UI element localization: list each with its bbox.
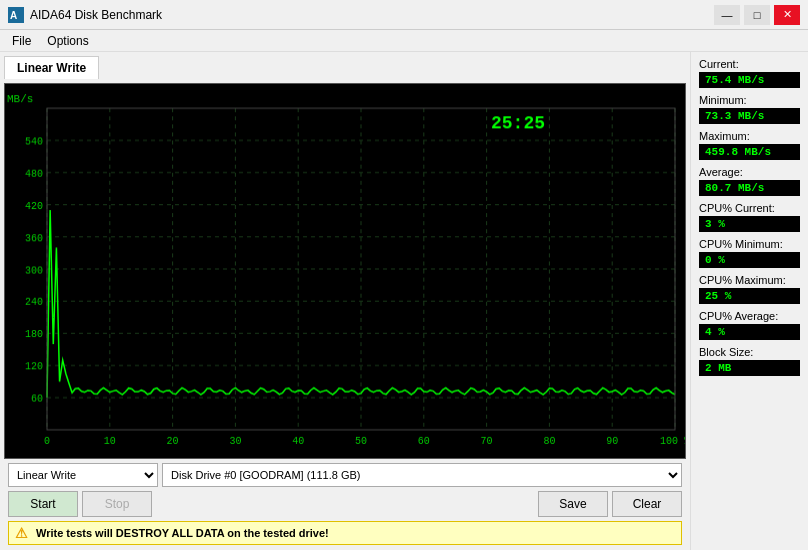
stats-panel: Current: 75.4 MB/s Minimum: 73.3 MB/s Ma… bbox=[690, 52, 808, 550]
stat-block-size: Block Size: 2 MB bbox=[699, 346, 800, 376]
chart-area: Linear Write Linear Write Disk Drive #0 … bbox=[0, 52, 690, 550]
cpu-maximum-value: 25 % bbox=[699, 288, 800, 304]
cpu-minimum-value: 0 % bbox=[699, 252, 800, 268]
menubar: File Options bbox=[0, 30, 808, 52]
cpu-minimum-label: CPU% Minimum: bbox=[699, 238, 800, 250]
stat-maximum: Maximum: 459.8 MB/s bbox=[699, 130, 800, 160]
maximum-label: Maximum: bbox=[699, 130, 800, 142]
window-controls: — □ ✕ bbox=[714, 5, 800, 25]
close-button[interactable]: ✕ bbox=[774, 5, 800, 25]
start-button[interactable]: Start bbox=[8, 491, 78, 517]
drive-dropdown[interactable]: Disk Drive #0 [GOODRAM] (111.8 GB) bbox=[162, 463, 682, 487]
maximum-value: 459.8 MB/s bbox=[699, 144, 800, 160]
cpu-current-value: 3 % bbox=[699, 216, 800, 232]
current-value: 75.4 MB/s bbox=[699, 72, 800, 88]
clear-button[interactable]: Clear bbox=[612, 491, 682, 517]
titlebar: A AIDA64 Disk Benchmark — □ ✕ bbox=[0, 0, 808, 30]
warning-icon: ⚠ bbox=[15, 525, 28, 541]
cpu-average-value: 4 % bbox=[699, 324, 800, 340]
stat-cpu-average: CPU% Average: 4 % bbox=[699, 310, 800, 340]
main-content: Linear Write Linear Write Disk Drive #0 … bbox=[0, 52, 808, 550]
menu-file[interactable]: File bbox=[4, 32, 39, 50]
minimum-label: Minimum: bbox=[699, 94, 800, 106]
stat-cpu-minimum: CPU% Minimum: 0 % bbox=[699, 238, 800, 268]
stat-cpu-current: CPU% Current: 3 % bbox=[699, 202, 800, 232]
window-title: AIDA64 Disk Benchmark bbox=[30, 8, 714, 22]
stat-average: Average: 80.7 MB/s bbox=[699, 166, 800, 196]
save-button[interactable]: Save bbox=[538, 491, 608, 517]
average-value: 80.7 MB/s bbox=[699, 180, 800, 196]
minimum-value: 73.3 MB/s bbox=[699, 108, 800, 124]
test-type-dropdown[interactable]: Linear Write bbox=[8, 463, 158, 487]
menu-options[interactable]: Options bbox=[39, 32, 96, 50]
tab-bar: Linear Write bbox=[4, 56, 686, 79]
average-label: Average: bbox=[699, 166, 800, 178]
stat-minimum: Minimum: 73.3 MB/s bbox=[699, 94, 800, 124]
warning-text: Write tests will DESTROY ALL DATA on the… bbox=[36, 527, 329, 539]
maximize-button[interactable]: □ bbox=[744, 5, 770, 25]
cpu-maximum-label: CPU% Maximum: bbox=[699, 274, 800, 286]
tab-linear-write[interactable]: Linear Write bbox=[4, 56, 99, 79]
cpu-average-label: CPU% Average: bbox=[699, 310, 800, 322]
warning-bar: ⚠ Write tests will DESTROY ALL DATA on t… bbox=[8, 521, 682, 545]
controls-row2: Start Stop Save Clear bbox=[8, 491, 682, 517]
app-icon: A bbox=[8, 7, 24, 23]
current-label: Current: bbox=[699, 58, 800, 70]
block-size-value: 2 MB bbox=[699, 360, 800, 376]
stat-cpu-maximum: CPU% Maximum: 25 % bbox=[699, 274, 800, 304]
minimize-button[interactable]: — bbox=[714, 5, 740, 25]
svg-text:A: A bbox=[10, 10, 17, 21]
cpu-current-label: CPU% Current: bbox=[699, 202, 800, 214]
chart-container bbox=[4, 83, 686, 459]
stop-button[interactable]: Stop bbox=[82, 491, 152, 517]
benchmark-chart bbox=[5, 84, 685, 458]
bottom-controls: Linear Write Disk Drive #0 [GOODRAM] (11… bbox=[4, 459, 686, 549]
stat-current: Current: 75.4 MB/s bbox=[699, 58, 800, 88]
block-size-label: Block Size: bbox=[699, 346, 800, 358]
controls-row1: Linear Write Disk Drive #0 [GOODRAM] (11… bbox=[8, 463, 682, 487]
